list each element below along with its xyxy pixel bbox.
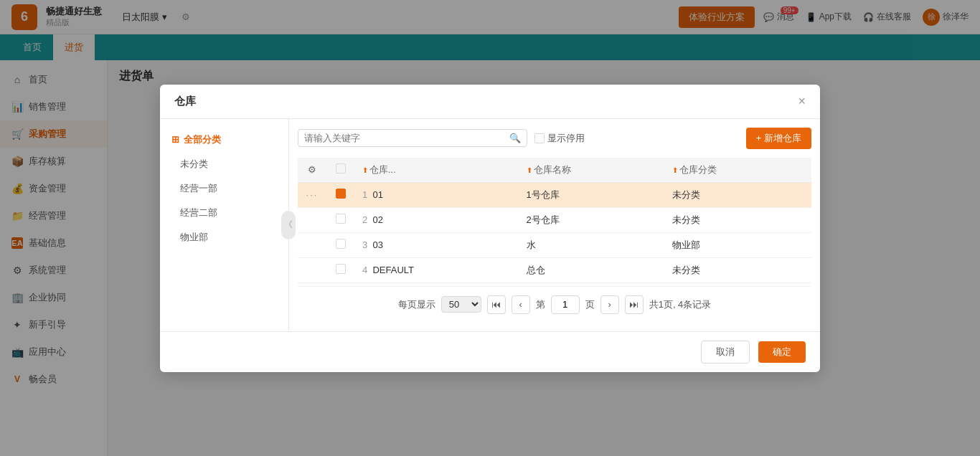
search-input[interactable] xyxy=(304,133,509,143)
show-disabled-text: 显示停用 xyxy=(547,132,585,145)
sort-name-icon: ⬆ xyxy=(527,166,532,174)
page-size-label: 每页显示 xyxy=(398,298,435,311)
modal-footer: 取消 确定 xyxy=(160,331,820,372)
collapse-panel-button[interactable]: 《 xyxy=(281,211,296,239)
th-code: ⬆仓库... xyxy=(355,158,519,183)
row-name: 水 xyxy=(519,232,666,257)
row-checkbox-cell xyxy=(326,207,355,232)
prev-page-button[interactable]: ‹ xyxy=(512,295,530,314)
next-page-button[interactable]: › xyxy=(600,295,619,314)
row-category: 物业部 xyxy=(665,232,811,257)
last-page-button[interactable]: ⏭ xyxy=(625,295,644,314)
select-all-checkbox[interactable] xyxy=(336,163,346,174)
row-checkbox[interactable] xyxy=(336,214,346,224)
page-unit: 页 xyxy=(585,298,595,311)
th-gear: ⚙ xyxy=(298,158,326,183)
warehouse-modal: 仓库 × ⊞ 全部分类 未分类 经营一部 经营二部 xyxy=(160,85,820,372)
row-name: 总仓 xyxy=(519,257,666,282)
row-checkbox-cell xyxy=(326,257,355,282)
row-name: 2号仓库 xyxy=(519,207,666,232)
sort-code-icon: ⬆ xyxy=(362,166,368,174)
th-checkbox xyxy=(326,158,355,183)
table-header-row: ⚙ ⬆仓库... ⬆仓库名称 ⬆仓库分类 xyxy=(298,158,811,183)
row-category: 未分类 xyxy=(665,207,811,232)
table-row[interactable]: 3 03 水 物业部 xyxy=(298,232,811,257)
th-name: ⬆仓库名称 xyxy=(519,158,666,183)
category-item-2[interactable]: 经营二部 xyxy=(160,201,288,225)
table-body: ··· 1 01 1号仓库 未分类 2 02 2号仓库 未分类 xyxy=(298,182,811,282)
modal-overlay: 仓库 × ⊞ 全部分类 未分类 经营一部 经营二部 xyxy=(0,0,980,456)
table-row[interactable]: ··· 1 01 1号仓库 未分类 xyxy=(298,182,811,207)
page-input[interactable] xyxy=(551,295,580,314)
row-actions xyxy=(298,257,326,282)
warehouse-table-wrap: ⚙ ⬆仓库... ⬆仓库名称 ⬆仓库分类 ··· 1 01 xyxy=(298,158,811,283)
confirm-button[interactable]: 确定 xyxy=(758,341,806,363)
page-label: 第 xyxy=(536,298,545,311)
pagination: 每页显示 50 100 ⏮ ‹ 第 页 › ⏭ 共1页, 4条记录 xyxy=(298,286,811,323)
row-actions xyxy=(298,232,326,257)
search-icon[interactable]: 🔍 xyxy=(509,133,521,143)
row-code: 1 01 xyxy=(355,182,519,207)
modal-close-button[interactable]: × xyxy=(798,95,806,108)
sort-cat-icon: ⬆ xyxy=(672,166,678,174)
modal-title: 仓库 xyxy=(174,95,196,108)
category-all-label: 全部分类 xyxy=(184,133,221,146)
toolbar: 🔍 显示停用 + 新增仓库 xyxy=(298,128,811,149)
category-item-0[interactable]: 未分类 xyxy=(160,152,288,176)
table-row[interactable]: 4 DEFAULT 总仓 未分类 xyxy=(298,257,811,282)
first-page-button[interactable]: ⏮ xyxy=(487,295,506,314)
row-checkbox[interactable] xyxy=(336,264,346,274)
show-disabled-label[interactable]: 显示停用 xyxy=(534,132,585,145)
row-checkbox[interactable] xyxy=(336,189,346,199)
modal-body: ⊞ 全部分类 未分类 经营一部 经营二部 物业部 《 xyxy=(160,119,820,331)
row-checkbox-cell xyxy=(326,232,355,257)
category-panel: ⊞ 全部分类 未分类 经营一部 经营二部 物业部 《 xyxy=(160,119,289,331)
row-actions xyxy=(298,207,326,232)
row-checkbox[interactable] xyxy=(336,239,346,249)
cancel-button[interactable]: 取消 xyxy=(701,341,750,364)
warehouse-table: ⚙ ⬆仓库... ⬆仓库名称 ⬆仓库分类 ··· 1 01 xyxy=(298,158,811,283)
row-code: 3 03 xyxy=(355,232,519,257)
row-category: 未分类 xyxy=(665,257,811,282)
category-item-1[interactable]: 经营一部 xyxy=(160,176,288,201)
data-panel: 🔍 显示停用 + 新增仓库 ⚙ xyxy=(289,119,820,331)
search-wrap: 🔍 xyxy=(298,129,527,147)
show-disabled-checkbox[interactable] xyxy=(534,133,545,143)
row-category: 未分类 xyxy=(665,182,811,207)
category-all[interactable]: ⊞ 全部分类 xyxy=(160,128,288,152)
modal-header: 仓库 × xyxy=(160,85,820,119)
more-icon[interactable]: ··· xyxy=(306,189,319,200)
th-category: ⬆仓库分类 xyxy=(665,158,811,183)
total-info: 共1页, 4条记录 xyxy=(649,298,712,311)
add-warehouse-button[interactable]: + 新增仓库 xyxy=(746,128,811,149)
row-actions: ··· xyxy=(298,182,326,207)
table-row[interactable]: 2 02 2号仓库 未分类 xyxy=(298,207,811,232)
row-checkbox-cell xyxy=(326,182,355,207)
row-code: 2 02 xyxy=(355,207,519,232)
category-item-3[interactable]: 物业部 xyxy=(160,225,288,250)
grid-icon: ⊞ xyxy=(171,134,179,145)
row-name: 1号仓库 xyxy=(519,182,666,207)
page-size-select[interactable]: 50 100 xyxy=(441,296,481,313)
row-code: 4 DEFAULT xyxy=(355,257,519,282)
